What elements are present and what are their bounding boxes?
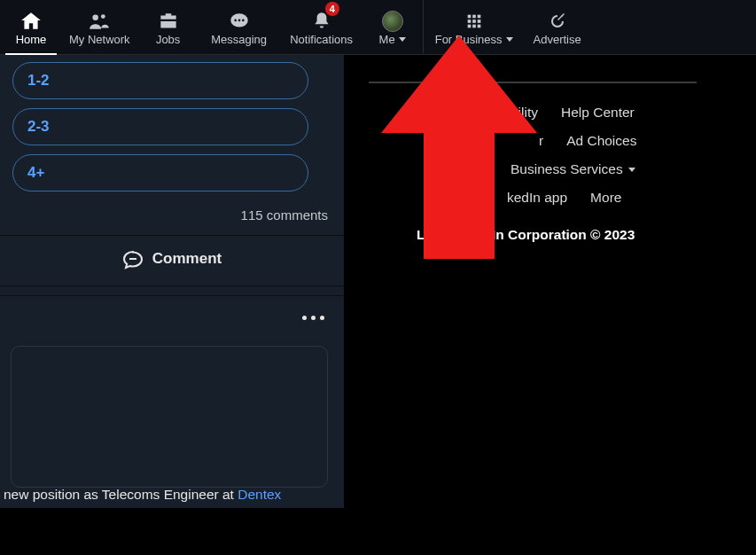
footer-link[interactable]: Ad Choices: [566, 133, 636, 149]
footer-link[interactable]: bility: [510, 105, 538, 121]
nav-me-label: Me: [379, 33, 395, 46]
nav-home[interactable]: Home: [0, 0, 62, 53]
nav-advertise-label: Advertise: [534, 33, 581, 46]
nav-network-label: My Network: [69, 33, 130, 46]
top-nav: Home My Network Jobs Messaging 4 Notific…: [0, 0, 756, 55]
post-content-box: [11, 346, 328, 488]
comment-button[interactable]: Comment: [0, 235, 344, 282]
footer-link-dropdown[interactable]: Business Services: [510, 161, 635, 177]
svg-rect-7: [472, 14, 476, 18]
svg-rect-11: [477, 20, 480, 23]
nav-home-label: Home: [16, 33, 47, 46]
svg-point-5: [242, 19, 245, 21]
chat-icon: [228, 10, 251, 33]
post-card: new position as Telecoms Engineer at Den…: [0, 295, 344, 508]
people-icon: [88, 10, 111, 33]
notification-badge: 4: [325, 2, 339, 16]
poll-card: 1-2 2-3 4+ 115 comments Comment: [0, 55, 344, 286]
feed-column: 1-2 2-3 4+ 115 comments Comment new posi…: [0, 55, 344, 508]
post-company-link[interactable]: Dentex: [238, 487, 281, 502]
svg-point-0: [93, 14, 99, 20]
svg-point-4: [238, 19, 240, 21]
poll-options: 1-2 2-3 4+: [0, 62, 344, 192]
svg-rect-13: [472, 24, 476, 27]
nav-jobs-label: Jobs: [156, 33, 180, 46]
post-menu-button[interactable]: [302, 316, 324, 320]
footer-divider: [369, 82, 697, 83]
footer-area: bility Help Center r Ad Choices Business…: [369, 55, 741, 243]
nav-network[interactable]: My Network: [62, 0, 137, 53]
grid-icon: [463, 10, 486, 33]
nav-messaging[interactable]: Messaging: [199, 0, 279, 53]
footer-link[interactable]: More: [590, 190, 621, 206]
nav-notifications-label: Notifications: [290, 33, 353, 46]
comment-icon: [122, 248, 144, 270]
footer-copyright: Lin dIn Corporation © 2023: [369, 227, 741, 243]
nav-separator: [423, 0, 424, 53]
nav-jobs[interactable]: Jobs: [137, 0, 199, 53]
chevron-down-icon: [628, 168, 635, 172]
svg-rect-6: [467, 14, 471, 18]
poll-option[interactable]: 2-3: [12, 108, 308, 145]
svg-point-1: [101, 14, 105, 19]
target-icon: [546, 10, 569, 33]
svg-rect-10: [472, 20, 476, 23]
home-icon: [19, 10, 43, 33]
nav-advertise[interactable]: Advertise: [523, 0, 592, 53]
poll-option[interactable]: 4+: [12, 154, 308, 192]
svg-rect-12: [467, 24, 471, 27]
chevron-down-icon: [399, 37, 406, 42]
svg-rect-14: [477, 24, 480, 27]
footer-link[interactable]: Help Center: [561, 105, 635, 121]
nav-messaging-label: Messaging: [211, 33, 267, 46]
footer-link[interactable]: r: [539, 133, 543, 149]
nav-me[interactable]: Me: [364, 0, 421, 53]
poll-option[interactable]: 1-2: [12, 62, 308, 99]
footer-link[interactable]: kedIn app: [507, 190, 567, 206]
svg-rect-8: [477, 14, 480, 18]
svg-point-3: [234, 19, 237, 21]
briefcase-icon: [157, 10, 180, 33]
nav-business-label: For Business: [435, 33, 503, 46]
avatar-icon: [381, 10, 404, 33]
comments-count[interactable]: 115 comments: [0, 200, 344, 235]
comment-label: Comment: [152, 250, 222, 268]
nav-notifications[interactable]: 4 Notifications: [279, 0, 364, 53]
svg-rect-9: [467, 20, 471, 23]
chevron-down-icon: [506, 37, 513, 42]
post-text: new position as Telecoms Engineer at Den…: [4, 487, 281, 503]
nav-business[interactable]: For Business: [425, 0, 523, 53]
